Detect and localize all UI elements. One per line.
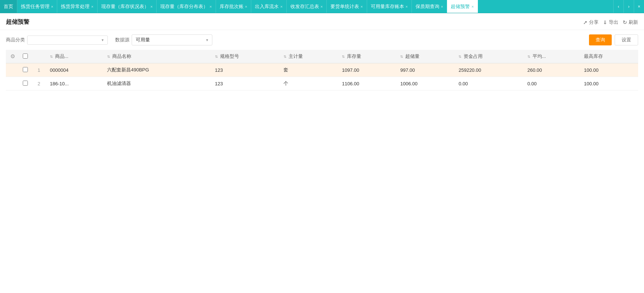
row-spec: 123 (211, 63, 280, 77)
col-stock-header[interactable]: ⇅ 库存量 (338, 50, 396, 63)
nav-tab-9-close[interactable]: × (406, 4, 408, 9)
select-all-checkbox[interactable] (23, 53, 28, 59)
sort-icon-name: ⇅ (107, 55, 110, 59)
nav-tab-6[interactable]: 出入库流水 × (251, 0, 286, 13)
checkbox-header (19, 50, 32, 63)
row-unit: 套 (280, 63, 338, 77)
nav-tab-active[interactable]: 超储预警 × (447, 0, 477, 13)
gear-icon[interactable]: ⚙ (10, 53, 15, 59)
share-button[interactable]: ➚ 分享 (583, 19, 599, 26)
nav-tab-4-close[interactable]: × (209, 4, 212, 9)
nav-tab-6-close[interactable]: × (280, 4, 282, 9)
nav-tab-home-label: 首页 (4, 3, 13, 10)
table-row: 1 0000004 六配套新昌490BPG 123 套 1097.00 997.… (6, 63, 638, 77)
nav-tab-8-close[interactable]: × (361, 4, 363, 9)
sort-icon-stock: ⇅ (342, 55, 345, 59)
col-avg-header[interactable]: ⇅ 平均... (524, 50, 580, 63)
sort-icon-spec: ⇅ (215, 55, 218, 59)
sort-icon-avg: ⇅ (527, 55, 530, 59)
row-capital: 259220.00 (455, 63, 523, 77)
refresh-button[interactable]: ↻ 刷新 (623, 19, 638, 26)
sort-icon-over: ⇅ (400, 55, 403, 59)
datasource-select[interactable]: 可用量 ▾ (132, 34, 212, 45)
nav-tab-8[interactable]: 要货单统计表 × (327, 0, 367, 13)
nav-tab-1-close[interactable]: × (51, 4, 53, 9)
nav-tab-active-close[interactable]: × (471, 4, 473, 9)
export-icon: ⇓ (603, 19, 607, 25)
col-capital-header[interactable]: ⇅ 资金占用 (455, 50, 523, 63)
nav-prev-button[interactable]: ‹ (613, 0, 623, 13)
row-name: 六配套新昌490BPG (103, 63, 211, 77)
table-row: 2 186-10... 机油滤清器 123 个 1106.00 1006.00 … (6, 77, 638, 90)
col-over-header[interactable]: ⇅ 超储量 (396, 50, 455, 63)
col-stock-label: 库存量 (347, 53, 361, 59)
top-nav: 首页 拣货任务管理 × 拣货异常处理 × 现存量（库存状况表） × 现存量（库存… (0, 0, 644, 13)
row-checkbox-cell (19, 77, 32, 90)
row-gear-cell (6, 77, 19, 90)
row-gear-cell (6, 63, 19, 77)
row-capital: 0.00 (455, 77, 523, 90)
row-checkbox-cell (19, 63, 32, 77)
nav-tab-active-label: 超储预警 (451, 3, 470, 10)
nav-close-button[interactable]: × (634, 0, 644, 13)
share-label: 分享 (589, 19, 599, 26)
nav-tab-5[interactable]: 库存批次账 × (216, 0, 251, 13)
row-checkbox-0[interactable] (23, 67, 28, 72)
refresh-label: 刷新 (629, 19, 638, 26)
category-select[interactable]: ▾ (27, 36, 108, 45)
sort-icon-code: ⇅ (50, 55, 53, 59)
refresh-icon: ↻ (623, 19, 627, 25)
col-name-label: 商品名称 (112, 53, 131, 59)
category-chevron-icon: ▾ (102, 38, 104, 42)
col-unit-header[interactable]: ⇅ 主计量 (280, 50, 338, 63)
datasource-select-value: 可用量 (136, 37, 150, 43)
nav-next-button[interactable]: › (623, 0, 634, 13)
col-spec-header[interactable]: ⇅ 规格型号 (211, 50, 280, 63)
col-maxstock-label: 最高库存 (584, 53, 603, 59)
nav-tab-8-label: 要货单统计表 (330, 3, 359, 10)
export-button[interactable]: ⇓ 导出 (603, 19, 618, 26)
nav-tab-10[interactable]: 保质期查询 × (412, 0, 447, 13)
nav-tab-3-close[interactable]: × (150, 4, 153, 9)
query-button[interactable]: 查询 (589, 34, 612, 45)
nav-tab-1[interactable]: 拣货任务管理 × (17, 0, 57, 13)
col-code-label: 商品... (55, 53, 69, 59)
row-code: 0000004 (46, 63, 103, 77)
row-stock: 1106.00 (338, 77, 396, 90)
nav-tab-3[interactable]: 现存量（库存状况表） × (98, 0, 157, 13)
table-header-row: ⚙ ⇅ 商品... ⇅ 商品名称 ⇅ (6, 50, 638, 63)
nav-tab-9[interactable]: 可用量库存账本 × (367, 0, 412, 13)
row-over: 1006.00 (396, 77, 455, 90)
nav-tab-2-close[interactable]: × (91, 4, 93, 9)
col-avg-label: 平均... (533, 53, 546, 59)
nav-tab-10-close[interactable]: × (441, 4, 443, 9)
col-spec-label: 规格型号 (220, 53, 239, 59)
row-over: 997.00 (396, 63, 455, 77)
nav-tab-7[interactable]: 收发存汇总表 × (287, 0, 327, 13)
col-name-header[interactable]: ⇅ 商品名称 (103, 50, 211, 63)
nav-tab-4[interactable]: 现存量（库存分布表） × (157, 0, 216, 13)
nav-arrows: ‹ › × (613, 0, 644, 13)
row-maxstock: 100.00 (580, 77, 638, 90)
rownum-header (32, 50, 46, 63)
col-maxstock-header: 最高库存 (580, 50, 638, 63)
datasource-chevron-icon: ▾ (206, 38, 208, 42)
nav-tab-home[interactable]: 首页 (0, 0, 17, 13)
row-spec: 123 (211, 77, 280, 90)
nav-tab-5-close[interactable]: × (245, 4, 247, 9)
row-checkbox-1[interactable] (23, 81, 28, 86)
nav-tab-3-label: 现存量（库存状况表） (101, 3, 149, 10)
nav-tab-4-label: 现存量（库存分布表） (160, 3, 208, 10)
row-num: 2 (32, 77, 46, 90)
nav-tab-6-label: 出入库流水 (255, 3, 279, 10)
nav-tab-2[interactable]: 拣货异常处理 × (57, 0, 97, 13)
datasource-label: 数据源 (115, 37, 129, 43)
nav-tab-10-label: 保质期查询 (416, 3, 439, 10)
nav-tab-7-close[interactable]: × (321, 4, 323, 9)
page-content: 超储预警 ➚ 分享 ⇓ 导出 ↻ 刷新 商品分类 ▾ 数据源 (0, 13, 644, 293)
row-num: 1 (32, 63, 46, 77)
col-code-header[interactable]: ⇅ 商品... (46, 50, 103, 63)
settings-button[interactable]: 设置 (615, 34, 638, 45)
row-unit: 个 (280, 77, 338, 90)
category-label: 商品分类 (6, 37, 25, 43)
